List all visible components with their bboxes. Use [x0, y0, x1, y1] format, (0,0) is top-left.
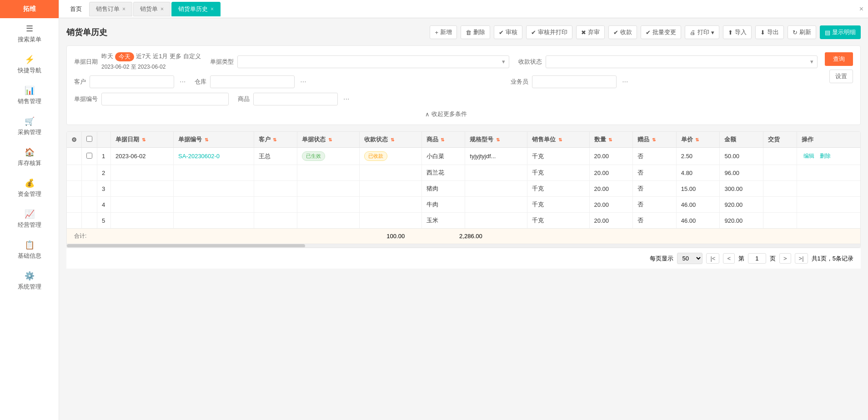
- sidebar-item-finance-mgmt[interactable]: 💰 资金管理: [0, 173, 59, 204]
- last-page-button[interactable]: >|: [795, 253, 808, 264]
- sidebar-item-search-menu[interactable]: ☰ 搜索菜单: [0, 18, 59, 49]
- col-customer-cell: [254, 197, 297, 213]
- col-action: 操作: [797, 132, 860, 148]
- goods-more-icon[interactable]: ···: [343, 95, 349, 103]
- settings-button[interactable]: 设置: [829, 70, 853, 83]
- tab-sales-goods-close[interactable]: ×: [161, 6, 164, 12]
- tab-home[interactable]: 首页: [64, 2, 88, 16]
- purchase-mgmt-icon: 🛒: [25, 116, 35, 126]
- print-button[interactable]: 🖨 打印 ▾: [685, 25, 719, 39]
- collect-button[interactable]: ✔ 收款: [608, 25, 637, 39]
- col-doc-no[interactable]: 单据编号 ⇅: [174, 132, 254, 148]
- show-detail-button[interactable]: ▤ 显示明细: [820, 25, 861, 39]
- sidebar-item-sales-mgmt[interactable]: 📊 销售管理: [0, 80, 59, 111]
- col-unit-price-cell: 2.50: [676, 148, 720, 165]
- sidebar-item-inventory[interactable]: 🏠 库存核算: [0, 142, 59, 173]
- doc-type-dropdown-icon[interactable]: ▾: [502, 58, 505, 65]
- batch-change-button[interactable]: ✔ 批量变更: [641, 25, 681, 39]
- col-settings[interactable]: ⚙: [67, 132, 82, 148]
- staff-more-icon[interactable]: ···: [622, 78, 628, 86]
- import-button[interactable]: ⬆ 导入: [723, 25, 752, 39]
- col-payment-status-cell: [360, 181, 422, 197]
- customer-input[interactable]: [90, 75, 174, 88]
- tab-bar-close-button[interactable]: ×: [859, 5, 863, 13]
- tab-sales-history-close[interactable]: ×: [211, 6, 214, 12]
- col-doc-date[interactable]: 单据日期 ⇅: [111, 132, 174, 148]
- col-goods[interactable]: 商品 ⇅: [421, 132, 465, 148]
- col-doc-date-cell: [111, 197, 174, 213]
- col-doc-no-cell[interactable]: SA-20230602-0: [174, 148, 254, 165]
- date-quick-1month[interactable]: 近1月: [153, 52, 168, 61]
- query-button[interactable]: 查询: [825, 52, 853, 66]
- next-page-button[interactable]: >: [779, 253, 791, 264]
- refresh-button[interactable]: ↻ 刷新: [788, 25, 816, 39]
- col-settings-cell: [67, 148, 82, 165]
- sidebar-item-quick-nav[interactable]: ⚡ 快捷导航: [0, 49, 59, 80]
- col-gift[interactable]: 赠品 ⇅: [633, 132, 677, 148]
- col-unit-price[interactable]: 单价 ⇅: [676, 132, 720, 148]
- col-doc-status-cell: [297, 213, 360, 229]
- tab-sales-history[interactable]: 销货单历史 ×: [171, 2, 221, 16]
- abandon-button[interactable]: ✖ 弃审: [576, 25, 605, 39]
- table-row: 3 猪肉 千克 20.00 否 15.00 300.00: [67, 181, 860, 197]
- date-quick-more[interactable]: 更多: [170, 52, 181, 61]
- action-编辑[interactable]: 编辑: [802, 152, 816, 160]
- delete-button[interactable]: 🗑 删除: [461, 25, 490, 39]
- row-checkbox-0[interactable]: [86, 153, 92, 159]
- filter-date-item: 单据日期 昨天 今天 近7天 近1月 更多 自定义 2: [74, 52, 201, 71]
- sidebar-item-system-mgmt[interactable]: ⚙️ 系统管理: [0, 265, 59, 296]
- per-page-select[interactable]: 50 100: [677, 253, 702, 264]
- col-goods-cell: 西兰花: [421, 165, 465, 181]
- col-goods-cell: 牛肉: [421, 197, 465, 213]
- customer-more-icon[interactable]: ···: [180, 78, 186, 86]
- filter-goods-label: 商品: [238, 95, 250, 103]
- sidebar-item-basic-info[interactable]: 📋 基础信息: [0, 235, 59, 265]
- date-quick-7days[interactable]: 近7天: [136, 52, 151, 61]
- prev-page-button[interactable]: <: [723, 253, 735, 264]
- col-doc-status[interactable]: 单据状态 ⇅: [297, 132, 360, 148]
- review-print-button[interactable]: ✔ 审核并打印: [526, 25, 572, 39]
- page-label: 第: [738, 255, 744, 263]
- data-table-container: ⚙ 单据日期 ⇅ 单据编号 ⇅ 客户 ⇅ 单据状态 ⇅ 收款状态 ⇅ 商品 ⇅ …: [66, 131, 861, 248]
- export-button[interactable]: ⬇ 导出: [755, 25, 784, 39]
- warehouse-more-icon[interactable]: ···: [300, 78, 306, 86]
- tab-sales-order-close[interactable]: ×: [122, 6, 125, 12]
- staff-input[interactable]: [532, 75, 617, 88]
- col-doc-date-cell: [111, 165, 174, 181]
- main-area: 首页 销售订单 × 销货单 × 销货单历史 × × 销货单历史 + 新增: [59, 0, 868, 420]
- doc-no-input[interactable]: [101, 93, 229, 105]
- select-all-checkbox[interactable]: [86, 136, 92, 142]
- date-quick-custom[interactable]: 自定义: [183, 52, 201, 61]
- table-row: 4 牛肉 千克 20.00 否 46.00 920.00: [67, 197, 860, 213]
- horizontal-scrollbar[interactable]: [67, 244, 860, 247]
- sidebar-item-operation-mgmt[interactable]: 📈 经营管理: [0, 204, 59, 235]
- tab-sales-goods[interactable]: 销货单 ×: [133, 2, 171, 16]
- review-button[interactable]: ✔ 审核: [494, 25, 522, 39]
- filter-staff-item: 业务员 ···: [511, 75, 818, 88]
- col-payment-status[interactable]: 收款状态 ⇅: [360, 132, 422, 148]
- col-doc-no-cell: [174, 197, 254, 213]
- collapse-button[interactable]: ∧ 收起更多条件: [74, 110, 818, 118]
- col-customer[interactable]: 客户 ⇅: [254, 132, 297, 148]
- date-quick-today[interactable]: 今天: [115, 52, 134, 61]
- col-check[interactable]: [82, 132, 97, 148]
- col-spec-type[interactable]: 规格型号 ⇅: [465, 132, 527, 148]
- tab-sales-order[interactable]: 销售订单 ×: [89, 2, 132, 16]
- action-删除[interactable]: 删除: [818, 152, 833, 160]
- page-number-input[interactable]: [748, 253, 766, 264]
- basic-info-icon: 📋: [25, 240, 35, 250]
- filter-customer-item: 客户 ···: [74, 75, 186, 88]
- first-page-button[interactable]: |<: [706, 253, 719, 264]
- date-quick-yesterday[interactable]: 昨天: [101, 52, 113, 61]
- scroll-thumb[interactable]: [67, 244, 305, 248]
- col-quantity[interactable]: 数量 ⇅: [589, 132, 633, 148]
- col-doc-date-cell: [111, 181, 174, 197]
- warehouse-input[interactable]: [210, 75, 295, 88]
- col-sales-unit[interactable]: 销售单位 ⇅: [527, 132, 589, 148]
- col-row-no-cell: 4: [97, 197, 111, 213]
- payment-status-dropdown-icon[interactable]: ▾: [810, 58, 813, 65]
- sidebar-item-purchase-mgmt[interactable]: 🛒 采购管理: [0, 111, 59, 142]
- new-button[interactable]: + 新增: [430, 25, 457, 39]
- sort-icon-sales-unit: ⇅: [558, 137, 562, 142]
- goods-input[interactable]: [253, 93, 338, 105]
